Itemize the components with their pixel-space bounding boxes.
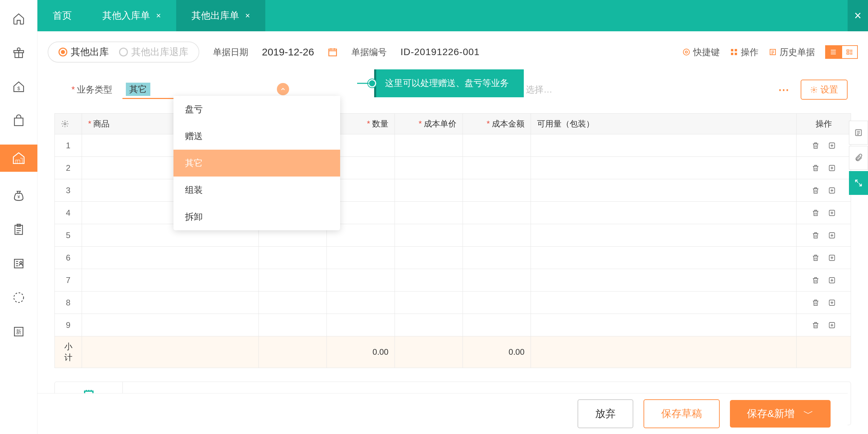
history-link[interactable]: 历史单据 [769,46,815,58]
delete-icon[interactable] [812,321,820,329]
dropdown-option[interactable]: 赠送 [173,123,340,150]
close-icon[interactable]: × [156,11,161,20]
rail-attach-icon[interactable] [849,146,868,170]
delete-icon[interactable] [812,254,820,262]
col-cost-price: *成本单价 [395,114,463,134]
right-rail [849,121,868,195]
svg-rect-20 [847,50,849,52]
svg-rect-15 [731,49,733,51]
save-draft-button[interactable]: 保存草稿 [644,399,720,428]
table-row[interactable]: 7 [55,269,851,291]
svg-point-8 [20,262,22,264]
subtotal-label: 小计 [55,336,82,368]
svg-text:¥: ¥ [17,195,20,199]
doc-id-label: 单据编号 [351,46,387,58]
view-card-icon[interactable] [841,45,858,59]
nav-new-icon[interactable]: 新 [9,321,29,342]
calendar-icon[interactable] [328,47,338,57]
nav-money-bag-icon[interactable]: ¥ [9,185,29,206]
operate-link[interactable]: 操作 [730,46,758,58]
col-operate: 操作 [797,114,851,134]
svg-rect-16 [735,49,737,51]
svg-point-9 [14,293,23,303]
hint-tooltip: 这里可以处理赠送、盘亏等业务 [374,69,524,97]
table-row[interactable]: 6 [55,247,851,269]
svg-rect-12 [329,49,337,56]
svg-rect-21 [847,53,849,54]
svg-point-23 [64,123,66,125]
add-row-icon[interactable] [828,141,836,150]
delete-icon[interactable] [812,276,820,284]
delete-icon[interactable] [812,231,820,239]
dropdown-option[interactable]: 拆卸 [173,203,340,230]
dropdown-option[interactable]: 盘亏 [173,96,340,123]
shortcut-link[interactable]: 快捷键 [682,46,720,58]
close-icon[interactable]: × [245,11,250,20]
discard-button[interactable]: 放弃 [578,399,633,428]
save-new-button[interactable]: 保存&新增﹀ [730,400,831,428]
row-index: 6 [55,247,82,269]
chevron-up-icon[interactable] [277,83,289,95]
add-row-icon[interactable] [828,164,836,172]
handler-select[interactable]: 选择… [526,84,662,96]
add-row-icon[interactable] [828,321,836,329]
nav-gift-icon[interactable] [9,43,29,63]
view-list-icon[interactable] [825,45,841,59]
subtotal-amount: 0.00 [463,336,531,368]
rail-expand-icon[interactable] [849,171,868,195]
col-settings-icon[interactable] [55,114,82,134]
more-icon[interactable]: ⋯ [778,83,790,96]
col-available: 可用量（包装） [531,114,797,134]
tab-other-in[interactable]: 其他入库单× [87,0,176,31]
chevron-down-icon: ﹀ [803,407,814,421]
add-row-icon[interactable] [828,209,836,217]
nav-contacts-icon[interactable] [9,253,29,274]
row-index: 9 [55,314,82,336]
delete-icon[interactable] [812,209,820,217]
delete-icon[interactable] [812,186,820,195]
delete-icon[interactable] [812,141,820,150]
tab-other-out[interactable]: 其他出库单× [176,0,265,31]
date-value[interactable]: 2019-12-26 [262,46,314,58]
delete-icon[interactable] [812,299,820,307]
nav-sync-icon[interactable] [9,287,29,308]
radio-other-out[interactable]: 其他出库 [59,46,109,59]
nav-bag-icon[interactable] [9,111,29,131]
add-row-icon[interactable] [828,186,836,195]
biz-type-value: 其它 [126,83,150,96]
add-row-icon[interactable] [828,276,836,284]
footer-actions: 放弃 保存草稿 保存&新增﹀ [37,393,848,434]
nav-money-home-icon[interactable]: $ [9,77,29,97]
tabbar: 首页 其他入库单× 其他出库单× × [37,0,868,31]
table-row[interactable]: 9 [55,314,851,336]
close-all-icon[interactable]: × [848,0,868,31]
svg-point-22 [813,89,815,91]
sidebar: $ ¥ 新 [0,0,37,434]
svg-text:$: $ [17,86,20,91]
svg-point-14 [685,51,687,53]
row-index: 8 [55,291,82,314]
dropdown-option[interactable]: 其它 [173,150,340,177]
row-index: 5 [55,224,82,247]
svg-rect-17 [731,53,733,55]
doc-id-value: ID-20191226-001 [400,47,480,57]
tab-home[interactable]: 首页 [37,0,87,31]
add-row-icon[interactable] [828,231,836,239]
nav-clipboard-icon[interactable] [9,219,29,240]
row-index: 3 [55,179,82,202]
add-row-icon[interactable] [828,299,836,307]
add-row-icon[interactable] [828,254,836,262]
subtotal-qty: 0.00 [327,336,395,368]
dropdown-option[interactable]: 组装 [173,177,340,203]
row-index: 7 [55,269,82,291]
svg-text:新: 新 [16,329,21,335]
rail-detail-icon[interactable] [849,121,868,145]
settings-button[interactable]: 设置 [801,80,848,100]
delete-icon[interactable] [812,164,820,172]
doc-type-radio-group: 其他出库 其他出库退库 [48,41,199,63]
nav-home-icon[interactable] [9,9,29,29]
svg-rect-3 [14,118,23,126]
radio-other-out-return[interactable]: 其他出库退库 [119,46,188,59]
table-row[interactable]: 8 [55,291,851,314]
nav-warehouse-icon[interactable] [0,145,37,172]
